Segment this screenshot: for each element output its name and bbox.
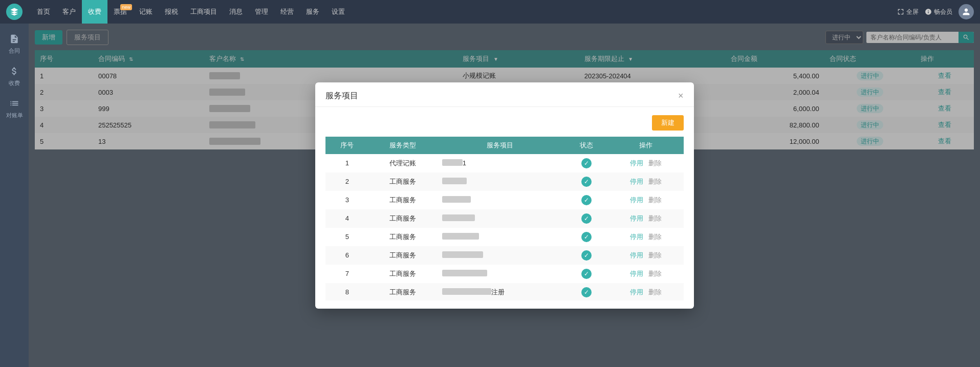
modal-cell-item [436, 246, 564, 265]
sidebar-label-reconcile: 对账单 [6, 112, 23, 119]
list-item: 7 工商服务 ✓ 停用 删除 [325, 265, 684, 283]
modal-cell-status: ✓ [564, 154, 608, 172]
modal-cell-item [436, 172, 564, 191]
main-content: 新增 服务项目 进行中 已结束 全部 [29, 24, 980, 367]
list-item: 8 工商服务 注册 ✓ 停用 删除 [325, 283, 684, 300]
stop-btn[interactable]: 停用 [630, 214, 643, 222]
modal-cell-status: ✓ [564, 283, 608, 300]
modal-cell-status: ✓ [564, 265, 608, 283]
modal-cell-item [436, 265, 564, 283]
modal-cell-seq: 8 [325, 283, 369, 300]
list-item: 5 工商服务 ✓ 停用 删除 [325, 228, 684, 246]
modal-cell-actions: 停用 删除 [608, 209, 683, 228]
nav-invoice[interactable]: 票据 new [107, 0, 133, 24]
delete-btn[interactable]: 删除 [648, 214, 662, 222]
nav-tax[interactable]: 报税 [159, 0, 184, 24]
modal-table-scroll[interactable]: 序号 服务类型 服务项目 状态 操作 1 代理记账 1 ✓ [325, 137, 684, 300]
money-icon [8, 65, 20, 77]
stop-btn[interactable]: 停用 [630, 233, 643, 241]
delete-btn[interactable]: 删除 [648, 196, 662, 204]
modal-cell-type: 工商服务 [369, 228, 436, 246]
nav-message[interactable]: 消息 [223, 0, 249, 24]
modal-cell-actions: 停用 删除 [608, 265, 683, 283]
sidebar-item-contract[interactable]: 合同 [0, 28, 29, 60]
nav-right-actions: 全屏 畅会员 [897, 4, 974, 19]
modal-toolbar: 新建 [325, 115, 684, 131]
modal-cell-type: 工商服务 [369, 209, 436, 228]
sidebar-item-fee[interactable]: 收费 [0, 60, 29, 92]
nav-customer[interactable]: 客户 [56, 0, 82, 24]
nav-business[interactable]: 工商项目 [184, 0, 223, 24]
modal-cell-actions: 停用 删除 [608, 154, 683, 172]
stop-btn[interactable]: 停用 [630, 159, 643, 167]
nav-bookkeeping[interactable]: 记账 [133, 0, 159, 24]
modal-close-btn[interactable]: × [678, 91, 684, 100]
modal-col-action: 操作 [608, 137, 683, 154]
modal-cell-type: 工商服务 [369, 172, 436, 191]
delete-btn[interactable]: 删除 [648, 233, 662, 241]
delete-btn[interactable]: 删除 [648, 178, 662, 185]
modal-cell-item [436, 191, 564, 209]
modal-cell-item [436, 209, 564, 228]
modal-cell-type: 工商服务 [369, 265, 436, 283]
modal-cell-seq: 4 [325, 209, 369, 228]
list-item: 3 工商服务 ✓ 停用 删除 [325, 191, 684, 209]
modal-cell-seq: 3 [325, 191, 369, 209]
delete-btn[interactable]: 删除 [648, 251, 662, 259]
modal-title: 服务项目 [325, 91, 358, 101]
sidebar-item-reconcile[interactable]: 对账单 [0, 92, 29, 124]
modal-cell-actions: 停用 删除 [608, 228, 683, 246]
stop-btn[interactable]: 停用 [630, 251, 643, 259]
service-modal: 服务项目 × 新建 序号 服务类型 服务项目 [315, 82, 694, 309]
left-sidebar: 合同 收费 对账单 [0, 24, 29, 367]
modal-cell-item: 1 [436, 154, 564, 172]
modal-cell-actions: 停用 删除 [608, 283, 683, 300]
modal-cell-seq: 5 [325, 228, 369, 246]
list-item: 1 代理记账 1 ✓ 停用 删除 [325, 154, 684, 172]
list-item: 2 工商服务 ✓ 停用 删除 [325, 172, 684, 191]
member-btn[interactable]: 畅会员 [925, 8, 952, 16]
nav-operation[interactable]: 经营 [274, 0, 300, 24]
modal-body: 新建 序号 服务类型 服务项目 状态 操作 [315, 107, 694, 309]
stop-btn[interactable]: 停用 [630, 178, 643, 185]
modal-cell-type: 工商服务 [369, 191, 436, 209]
modal-cell-actions: 停用 删除 [608, 191, 683, 209]
modal-cell-status: ✓ [564, 191, 608, 209]
app-logo [6, 4, 23, 20]
file-icon [8, 33, 20, 45]
modal-service-table: 序号 服务类型 服务项目 状态 操作 1 代理记账 1 ✓ [325, 137, 684, 300]
modal-cell-status: ✓ [564, 246, 608, 265]
stop-btn[interactable]: 停用 [630, 270, 643, 277]
delete-btn[interactable]: 删除 [648, 270, 662, 277]
stop-btn[interactable]: 停用 [630, 288, 643, 296]
modal-header: 服务项目 × [315, 82, 694, 107]
modal-cell-type: 代理记账 [369, 154, 436, 172]
modal-col-seq: 序号 [325, 137, 369, 154]
top-nav: 首页 客户 收费 票据 new 记账 报税 工商项目 消息 管理 经营 服务 设… [0, 0, 980, 24]
new-badge: new [120, 4, 132, 10]
nav-settings[interactable]: 设置 [325, 0, 351, 24]
fullscreen-btn[interactable]: 全屏 [897, 8, 919, 16]
modal-cell-seq: 1 [325, 154, 369, 172]
modal-cell-actions: 停用 删除 [608, 172, 683, 191]
modal-col-item: 服务项目 [436, 137, 564, 154]
delete-btn[interactable]: 删除 [648, 159, 662, 167]
stop-btn[interactable]: 停用 [630, 196, 643, 204]
modal-col-type: 服务类型 [369, 137, 436, 154]
modal-cell-item [436, 228, 564, 246]
nav-fee[interactable]: 收费 [82, 0, 107, 24]
list-icon [8, 97, 20, 110]
list-item: 6 工商服务 ✓ 停用 删除 [325, 246, 684, 265]
modal-cell-status: ✓ [564, 172, 608, 191]
nav-manage[interactable]: 管理 [249, 0, 274, 24]
delete-btn[interactable]: 删除 [648, 288, 662, 296]
nav-menu: 首页 客户 收费 票据 new 记账 报税 工商项目 消息 管理 经营 服务 设… [31, 0, 897, 24]
nav-home[interactable]: 首页 [31, 0, 56, 24]
modal-cell-seq: 7 [325, 265, 369, 283]
user-avatar[interactable] [959, 4, 974, 19]
modal-col-status: 状态 [564, 137, 608, 154]
modal-new-btn[interactable]: 新建 [652, 115, 684, 131]
app-layout: 合同 收费 对账单 新增 服务项目 进行中 已结束 [0, 24, 980, 367]
nav-service[interactable]: 服务 [300, 0, 325, 24]
modal-cell-seq: 6 [325, 246, 369, 265]
